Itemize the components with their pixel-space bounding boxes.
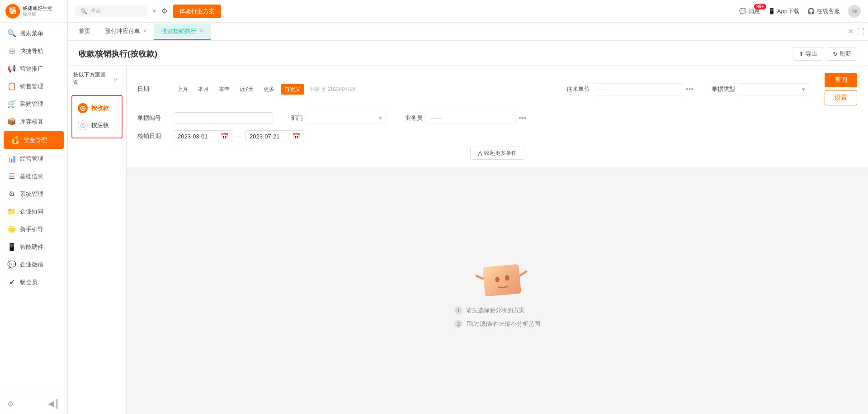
collapse-sidebar-btn[interactable]: ◀║ [48,399,60,409]
counterparty-field: 往来单位 —— ••• [566,83,693,95]
date-more-btn[interactable]: 更多 [260,84,278,95]
svg-rect-2 [483,264,521,296]
doc-type-select[interactable]: ▾ [738,83,810,95]
sidebar-item-label: 智能硬件 [20,243,43,251]
sidebar-item-enterprise[interactable]: 📁 企业协同 [0,203,67,220]
online-service-btn[interactable]: 🎧 在线客服 [807,7,840,15]
filter-section: 按收款 按应收 [71,95,123,138]
sidebar-item-inventory[interactable]: 📦 库存核算 [0,113,67,130]
enterprise-icon: 📁 [7,207,16,216]
empty-instructions: 1 请先选择要分析的方案 2 用[过滤]条件来缩小分析范围 [454,306,540,330]
prepay-tab-close[interactable]: ✕ [143,28,147,34]
filter-item-by-receivable[interactable]: 按应收 [72,117,122,134]
date-this-month-btn[interactable]: 本月 [194,84,212,95]
collection-verify-tab-label: 收款核销执行 [161,27,197,35]
logo-text: 畅捷通好生意 标准版 [23,5,52,17]
chevron-up-icon: ⋀ [478,150,482,157]
sidebar-item-search-menu[interactable]: 🔍 搜索菜单 [0,24,67,42]
sidebar-item-label: 基础信息 [20,172,43,181]
sidebar-item-label: 企业协同 [20,208,43,216]
hardware-icon: 📱 [7,243,16,251]
app-download-btn[interactable]: 📱 App下载 [768,7,799,15]
sidebar-item-label: 采购管理 [20,100,43,108]
header-left: 🔍 搜索 ▾ ⚙ 体验行业方案 [75,5,221,18]
search-action-btns: 查询 设置 [825,73,857,105]
empty-image [475,252,520,297]
staff-input[interactable]: —— [425,112,516,124]
search-btn[interactable]: 查询 [825,73,857,87]
staff-more-btn[interactable]: ••• [519,114,526,122]
sidebar-item-marketing[interactable]: 📢 营销推广 [0,60,67,77]
verify-date-start[interactable]: 2023-03-01 📅 [174,130,232,142]
tab-home[interactable]: 首页 [71,24,98,40]
sidebar-item-system[interactable]: ⚙ 系统管理 [0,185,67,203]
sidebar-item-guide[interactable]: 🌟 新手引导 [0,220,67,238]
sidebar-item-finance[interactable]: 💰 资金管理 [4,131,64,149]
refresh-icon: ↻ [833,51,838,57]
finance-icon: 💰 [11,136,20,144]
mobile-icon: 📱 [768,8,775,14]
tab-prepay[interactable]: 预付冲应付单 ✕ [98,24,154,40]
settings-header-icon[interactable]: ⚙ [161,7,168,15]
main-area: 1 请先选择要分析的方案 2 用[过滤]条件来缩小分析范围 [127,167,868,414]
sidebar-item-label: 新手引导 [20,225,43,233]
calendar-end-icon: 📅 [292,133,300,140]
collapse-conditions-row: ⋀ 收起更多条件 [137,147,857,160]
date-prefix: 不限 至 2023-07-26 [309,86,356,93]
right-panel: 日期 上月 本月 本年 近7天 更多 自定义 不限 至 2023-07-26 往… [127,66,868,414]
header-search-box[interactable]: 🔍 搜索 [75,5,147,17]
sidebar: 畅 畅捷通好生意 标准版 🔍 搜索菜单 ⊞ 快捷导航 📢 营销推广 📋 销售管理… [0,0,68,414]
operations-icon: 📊 [7,154,16,163]
collection-filter-icon [78,103,88,113]
filter-item-by-collection[interactable]: 按收款 [72,100,122,117]
form-row-1: 日期 上月 本月 本年 近7天 更多 自定义 不限 至 2023-07-26 往… [137,73,857,105]
search-icon: 🔍 [80,8,87,14]
date-this-year-btn[interactable]: 本年 [215,84,233,95]
step-2-num: 2 [454,320,462,328]
close-tab-icon[interactable]: ✕ [848,27,854,36]
top-header: 🔍 搜索 ▾ ⚙ 体验行业方案 💬 消息 99+ 📱 App下载 🎧 在线客服 … [68,0,868,23]
collection-tab-close[interactable]: ✕ [199,28,203,34]
sidebar-item-member[interactable]: ✔ 畅会员 [0,273,67,291]
sidebar-item-label: 销售管理 [20,82,43,90]
sidebar-item-hardware[interactable]: 📱 智能硬件 [0,238,67,256]
industry-solution-btn[interactable]: 体验行业方案 [173,5,221,18]
inventory-icon: 📦 [7,117,16,126]
settings-form-btn[interactable]: 设置 [825,90,857,105]
sidebar-item-wechat[interactable]: 💬 企业微信 [0,256,67,273]
date-custom-btn[interactable]: 自定义 [281,84,304,95]
export-btn[interactable]: ⬆ 导出 [793,47,823,61]
sidebar-item-basic-info[interactable]: ☰ 基础信息 [0,167,67,185]
collapse-conditions-btn[interactable]: ⋀ 收起更多条件 [470,147,524,160]
counterparty-more-btn[interactable]: ••• [686,85,693,93]
filter-collapse-btn[interactable]: » [110,73,121,84]
system-icon: ⚙ [7,190,16,198]
counterparty-input[interactable]: —— [593,83,683,95]
sidebar-item-sales[interactable]: 📋 销售管理 [0,77,67,95]
sidebar-item-operations[interactable]: 📊 经营管理 [0,150,67,167]
filter-panel-title: 按以下方案查询 [73,71,110,86]
tab-collection-verify[interactable]: 收款核销执行 ✕ [154,24,211,40]
home-tab-label: 首页 [79,27,90,35]
verify-date-range: 2023-03-01 📅 — 2023-07-21 📅 [174,130,304,142]
sidebar-item-purchase[interactable]: 🛒 采购管理 [0,95,67,113]
date-7days-btn[interactable]: 近7天 [236,84,257,95]
doc-no-label: 单据编号 [137,114,165,122]
date-last-month-btn[interactable]: 上月 [174,84,192,95]
doc-type-field: 单据类型 ▾ [712,83,810,95]
dropdown-icon[interactable]: ▾ [153,8,156,14]
refresh-btn[interactable]: ↻ 刷新 [827,47,857,61]
maximize-tab-icon[interactable]: ⛶ [857,28,864,36]
user-avatar[interactable]: Rit [848,5,861,18]
settings-footer-icon[interactable]: ⚙ [7,400,14,408]
doc-no-input[interactable] [174,112,273,124]
sidebar-item-label: 库存核算 [20,118,43,126]
page-header: 收款核销执行(按收款) ⬆ 导出 ↻ 刷新 [68,41,868,66]
dept-select[interactable]: ▾ [306,112,387,124]
message-btn[interactable]: 💬 消息 99+ [739,7,760,15]
verify-date-end[interactable]: 2023-07-21 📅 [245,130,304,142]
sidebar-item-quick-nav[interactable]: ⊞ 快捷导航 [0,42,67,60]
msg-badge: 99+ [754,4,766,10]
step-2-text: 2 用[过滤]条件来缩小分析范围 [454,320,540,328]
app-download-label: App下载 [777,7,799,15]
